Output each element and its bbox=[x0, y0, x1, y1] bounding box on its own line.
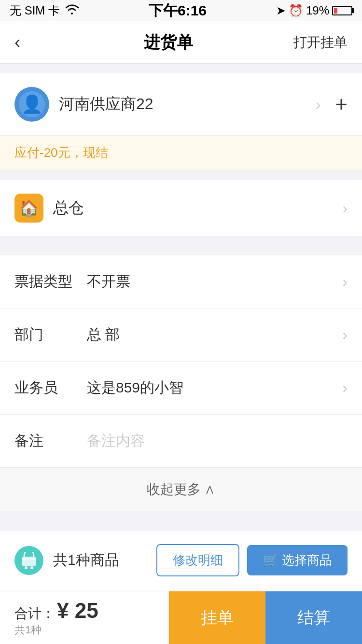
status-time: 下午6:16 bbox=[149, 1, 207, 21]
nav-bar: ‹ 进货单 打开挂单 bbox=[0, 21, 362, 64]
hold-button[interactable]: 挂单 bbox=[169, 591, 265, 644]
department-row[interactable]: 部门 总 部 › bbox=[0, 308, 362, 362]
page-title: 进货单 bbox=[144, 31, 193, 54]
collapse-bar[interactable]: 收起更多 ∧ bbox=[0, 467, 362, 511]
department-value: 总 部 bbox=[77, 325, 342, 345]
status-bar: 无 SIM 卡 下午6:16 ➤ ⏰ 19% bbox=[0, 0, 362, 21]
edit-detail-button[interactable]: 修改明细 bbox=[156, 544, 239, 576]
gap-3 bbox=[0, 236, 362, 246]
battery-icon bbox=[332, 6, 352, 15]
add-supplier-button[interactable]: + bbox=[335, 92, 348, 116]
collapse-label: 收起更多 ∧ bbox=[147, 480, 216, 499]
supplier-avatar: 👤 bbox=[14, 87, 49, 122]
ticket-type-value: 不开票 bbox=[77, 272, 342, 292]
supplier-actions: › + bbox=[316, 92, 348, 116]
remark-label: 备注 bbox=[14, 431, 77, 451]
checkout-button[interactable]: 结算 bbox=[265, 591, 362, 644]
svg-point-1 bbox=[25, 566, 28, 569]
svg-point-2 bbox=[30, 566, 33, 569]
supplier-chevron-icon: › bbox=[316, 96, 321, 113]
remark-value: 备注内容 bbox=[77, 431, 348, 451]
warehouse-section: 🏠 总仓 › bbox=[0, 180, 362, 236]
back-button[interactable]: ‹ bbox=[14, 32, 43, 53]
status-right: ➤ ⏰ 19% bbox=[276, 4, 352, 17]
gap-4 bbox=[0, 511, 362, 521]
wifi-icon bbox=[65, 4, 79, 17]
select-product-label: 选择商品 bbox=[282, 552, 332, 569]
form-section: 票据类型 不开票 › 部门 总 部 › 业务员 这是859的小智 › 备注 备注… bbox=[0, 255, 362, 467]
gap-1 bbox=[0, 64, 362, 73]
cart-icon bbox=[20, 552, 38, 569]
ticket-type-label: 票据类型 bbox=[14, 272, 77, 292]
product-count-text: 共1种商品 bbox=[53, 550, 156, 570]
warehouse-chevron-icon: › bbox=[342, 199, 348, 217]
supplier-name: 河南供应商22 bbox=[59, 94, 316, 115]
gap-2 bbox=[0, 170, 362, 180]
open-hold-button[interactable]: 打开挂单 bbox=[293, 33, 348, 52]
warehouse-row[interactable]: 🏠 总仓 › bbox=[0, 180, 362, 236]
bottom-bar: 合计： ¥ 25 共1种 挂单 结算 bbox=[0, 591, 362, 644]
cart-add-icon: 🛒 bbox=[263, 553, 278, 568]
product-count-icon-wrap bbox=[14, 546, 43, 575]
battery-percent: 19% bbox=[306, 4, 329, 17]
warehouse-icon-wrap: 🏠 bbox=[14, 194, 43, 223]
supplier-section: 👤 河南供应商22 › + 应付-20元，现结 bbox=[0, 73, 362, 170]
status-left: 无 SIM 卡 bbox=[10, 3, 79, 18]
supplier-notice: 应付-20元，现结 bbox=[0, 136, 362, 170]
warehouse-icon: 🏠 bbox=[19, 199, 39, 217]
alarm-icon: ⏰ bbox=[289, 4, 303, 17]
salesperson-value: 这是859的小智 bbox=[77, 378, 342, 398]
supplier-row[interactable]: 👤 河南供应商22 › + bbox=[0, 73, 362, 136]
location-icon: ➤ bbox=[276, 4, 286, 17]
salesperson-label: 业务员 bbox=[14, 378, 77, 398]
remark-row[interactable]: 备注 备注内容 bbox=[0, 415, 362, 467]
salesperson-row[interactable]: 业务员 这是859的小智 › bbox=[0, 362, 362, 415]
total-label: 合计： bbox=[14, 604, 55, 623]
total-amount: ¥ 25 bbox=[57, 599, 98, 623]
salesperson-chevron-icon: › bbox=[342, 379, 348, 397]
person-icon: 👤 bbox=[21, 94, 43, 114]
carrier-label: 无 SIM 卡 bbox=[10, 3, 60, 18]
svg-rect-0 bbox=[22, 557, 36, 566]
select-product-button[interactable]: 🛒 选择商品 bbox=[247, 545, 348, 575]
ticket-type-row[interactable]: 票据类型 不开票 › bbox=[0, 255, 362, 308]
department-chevron-icon: › bbox=[342, 326, 348, 344]
total-section: 合计： ¥ 25 共1种 bbox=[0, 591, 169, 644]
total-count: 共1种 bbox=[14, 623, 154, 637]
warehouse-name: 总仓 bbox=[53, 197, 342, 219]
department-label: 部门 bbox=[14, 325, 77, 345]
ticket-type-chevron-icon: › bbox=[342, 273, 348, 291]
products-header: 共1种商品 修改明细 🛒 选择商品 bbox=[0, 531, 362, 590]
